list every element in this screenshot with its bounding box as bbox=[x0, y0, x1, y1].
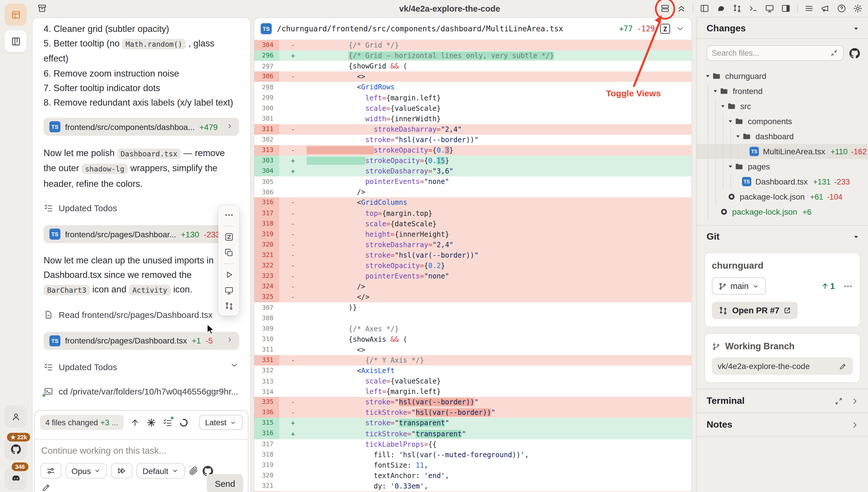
line-number: 322 bbox=[254, 261, 279, 271]
panel-right-button[interactable] bbox=[781, 3, 791, 13]
play-button[interactable] bbox=[224, 270, 234, 280]
git-section-header[interactable]: Git bbox=[697, 226, 868, 247]
copy-button[interactable] bbox=[224, 248, 234, 257]
file-diff-chip[interactable]: TSfrontend/src/components/dashboa...+479 bbox=[44, 118, 239, 136]
todos-button[interactable] bbox=[162, 417, 172, 427]
chevron-down-icon bbox=[94, 467, 101, 474]
pencil-icon bbox=[838, 362, 847, 370]
mode-label: Default bbox=[143, 466, 168, 475]
tree-folder-row[interactable]: frontend bbox=[697, 83, 868, 99]
menu-button[interactable] bbox=[804, 3, 814, 13]
archive-button[interactable] bbox=[37, 3, 47, 13]
fast-forward-button[interactable] bbox=[111, 463, 133, 479]
working-branch-field[interactable]: vk/4e2a-explore-the-code bbox=[712, 358, 853, 375]
terminal-command-row[interactable]: cd /private/var/folders/10/h7w0q46556ggr… bbox=[44, 384, 239, 399]
updated-todos-row[interactable]: Updated Todos bbox=[44, 360, 239, 374]
zed-button[interactable] bbox=[224, 232, 234, 242]
repo-card: churnguard main 1 Open PR #7 bbox=[704, 252, 861, 327]
send-button[interactable]: Send bbox=[207, 474, 243, 492]
diff-deletions: -129 bbox=[637, 24, 655, 33]
message-input[interactable] bbox=[35, 440, 227, 460]
working-branch-name: vk/4e2a-explore-the-code bbox=[718, 362, 810, 371]
file-diff-chip[interactable]: TSfrontend/src/pages/Dashboar...+130-233 bbox=[44, 225, 239, 243]
expand-terminal-button[interactable] bbox=[834, 397, 843, 405]
notes-section-header[interactable]: Notes bbox=[697, 413, 868, 436]
tree-folder-row[interactable]: churnguard bbox=[697, 69, 868, 83]
archive-icon bbox=[37, 3, 47, 13]
rail-kanban-button[interactable] bbox=[5, 30, 27, 52]
rail-discord-button[interactable]: 346 bbox=[5, 468, 27, 490]
rail-layout-button[interactable] bbox=[5, 3, 27, 26]
file-search-box[interactable] bbox=[707, 45, 844, 61]
open-pr-button[interactable]: Open PR #7 bbox=[712, 302, 798, 319]
line-number: 311 bbox=[254, 124, 279, 134]
changes-section-header[interactable]: Changes bbox=[697, 18, 868, 38]
tree-file-row[interactable]: TSDashboard.tsx+131-233 bbox=[697, 174, 868, 189]
settings-sliders-button[interactable] bbox=[40, 463, 62, 479]
rail-person-button[interactable] bbox=[5, 405, 27, 427]
terminal-prompt-button[interactable] bbox=[748, 3, 758, 13]
git-compare-button[interactable] bbox=[224, 301, 234, 311]
tree-file-row[interactable]: package-lock.json+6 bbox=[697, 204, 868, 219]
open-terminal-button[interactable] bbox=[850, 396, 860, 406]
line-number: 309 bbox=[254, 325, 279, 333]
edit-branch-button[interactable] bbox=[838, 362, 847, 370]
read-file-row[interactable]: Read frontend/src/pages/Dashboard.tsx bbox=[44, 307, 239, 322]
mode-selector[interactable]: Default bbox=[137, 463, 185, 479]
updated-todos-row[interactable]: Updated Todos bbox=[44, 201, 239, 215]
git-compare-button[interactable] bbox=[732, 3, 742, 13]
search-input[interactable] bbox=[712, 49, 830, 57]
help-button[interactable] bbox=[837, 3, 846, 13]
ahead-count: 1 bbox=[830, 281, 835, 291]
attach-button[interactable] bbox=[189, 466, 198, 476]
scroll-to-top-button[interactable] bbox=[130, 417, 140, 427]
caret-down-icon[interactable] bbox=[705, 73, 711, 79]
diff-row: 309 {/* Axes */} bbox=[254, 323, 691, 334]
monitor-button[interactable] bbox=[765, 3, 775, 13]
chat-bubble-button[interactable] bbox=[716, 3, 726, 13]
open-in-zed-button[interactable]: Z bbox=[660, 24, 670, 34]
diff-row: 311- strokeDasharray="2,4" bbox=[254, 124, 691, 134]
tree-folder-row[interactable]: components bbox=[697, 114, 868, 129]
chevrons-up-button[interactable] bbox=[676, 3, 686, 13]
diff-row: 312 <AxisLeft bbox=[254, 366, 691, 376]
line-number: 318 bbox=[254, 451, 279, 458]
code-line: fontSize: 11, bbox=[307, 461, 691, 469]
file-name: Dashboard.tsx bbox=[755, 177, 808, 186]
chevron-down-icon[interactable] bbox=[229, 360, 239, 374]
model-selector[interactable]: Opus bbox=[66, 463, 107, 479]
monitor-button[interactable] bbox=[224, 286, 234, 295]
tree-file-row[interactable]: package-lock.json+61-104 bbox=[697, 189, 868, 204]
panel-left-button[interactable] bbox=[700, 3, 709, 13]
git-branch-icon bbox=[718, 282, 727, 290]
version-selector[interactable]: Latest bbox=[199, 415, 243, 430]
more-options-button[interactable] bbox=[224, 210, 234, 220]
spark-button[interactable] bbox=[146, 417, 156, 427]
terminal-section-header[interactable]: Terminal bbox=[697, 389, 868, 413]
discord-badge: 346 bbox=[11, 462, 28, 471]
collapse-tree-button[interactable] bbox=[830, 49, 838, 57]
tree-folder-row[interactable]: dashboard bbox=[697, 129, 868, 144]
tree-folder-row[interactable]: src bbox=[697, 99, 868, 114]
discord-icon bbox=[10, 473, 21, 484]
file-name: package-lock.json bbox=[740, 192, 805, 201]
rail-github-button[interactable]: ★ 22k bbox=[5, 438, 27, 460]
branch-selector[interactable]: main bbox=[712, 277, 766, 295]
github-button[interactable] bbox=[849, 48, 860, 58]
open-notes-button[interactable] bbox=[850, 420, 860, 429]
gear-button[interactable] bbox=[853, 3, 863, 13]
collapse-git-button[interactable] bbox=[852, 233, 860, 241]
diff-row: 302 stroke="hsl(var(--border))" bbox=[254, 134, 691, 145]
tree-folder-row[interactable]: pages bbox=[697, 159, 868, 174]
file-diff-chip[interactable]: TSfrontend/src/pages/Dashboard.tsx+1-5 bbox=[44, 332, 239, 350]
chevron-right-icon bbox=[850, 396, 860, 406]
repo-more-button[interactable] bbox=[843, 281, 853, 291]
collapse-changes-button[interactable] bbox=[852, 25, 860, 32]
files-changed-chip[interactable]: 4 files changed +3... bbox=[40, 415, 123, 430]
line-number: 306 bbox=[254, 72, 279, 82]
collapse-diff-button[interactable] bbox=[675, 24, 685, 34]
tree-file-row[interactable]: TSMultiLineArea.tsx+110-162 bbox=[697, 144, 868, 159]
megaphone-button[interactable] bbox=[820, 3, 830, 13]
rows-button[interactable]: Toggle Views bbox=[660, 3, 670, 13]
tree-guide bbox=[708, 204, 715, 219]
